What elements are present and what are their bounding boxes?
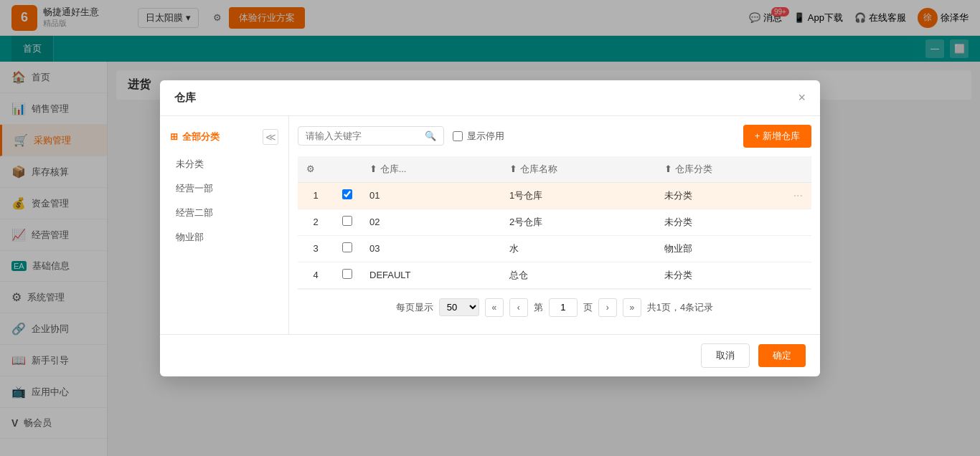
- table-panel: 🔍 显示停用 + 新增仓库 ⚙: [289, 116, 820, 334]
- row-name: 总仓: [501, 262, 656, 288]
- show-disabled-label: 显示停用: [467, 130, 504, 143]
- col-code: ⬆ 仓库...: [361, 156, 501, 183]
- row-category: 未分类: [656, 209, 811, 235]
- row-num: 2: [298, 209, 334, 235]
- per-page-label: 每页显示: [396, 301, 433, 314]
- page-word-page: 页: [583, 301, 593, 314]
- search-box: 🔍: [298, 126, 444, 146]
- more-button[interactable]: ···: [793, 189, 803, 202]
- table-row[interactable]: 1 01 1号仓库 未分类···: [298, 182, 811, 209]
- row-category: 未分类: [656, 262, 811, 288]
- row-code: DEFAULT: [361, 262, 501, 288]
- row-code: 01: [361, 182, 501, 209]
- modal-header: 仓库 ×: [160, 80, 820, 116]
- pagination-bar: 每页显示 50 10 20 100 « ‹ 第 页 › » 共1页，4条记录: [298, 289, 811, 326]
- category-panel: ⊞ 全部分类 ≪ 未分类 经营一部 经营二部 物业部: [160, 116, 289, 334]
- category-all-label: 全部分类: [182, 130, 220, 143]
- row-checkbox[interactable]: [334, 262, 361, 288]
- row-name: 1号仓库: [501, 182, 656, 209]
- table-header-row: ⚙ ⬆ 仓库... ⬆ 仓库名称: [298, 156, 811, 183]
- category-header: ⊞ 全部分类 ≪: [160, 125, 288, 152]
- add-warehouse-button[interactable]: + 新增仓库: [743, 125, 811, 148]
- row-code: 03: [361, 235, 501, 262]
- modal-title: 仓库: [174, 91, 196, 105]
- col-name: ⬆ 仓库名称: [501, 156, 656, 183]
- row-num: 3: [298, 235, 334, 262]
- prev-page-button[interactable]: ‹: [509, 298, 528, 317]
- per-page-select[interactable]: 50 10 20 100: [439, 298, 479, 316]
- row-checkbox[interactable]: [334, 182, 361, 209]
- col-gear: ⚙: [298, 156, 334, 183]
- page-word-di: 第: [534, 301, 543, 314]
- row-checkbox[interactable]: [334, 235, 361, 262]
- row-name: 水: [501, 235, 656, 262]
- search-icon: 🔍: [425, 130, 436, 141]
- total-info: 共1页，4条记录: [647, 301, 713, 314]
- modal-close-button[interactable]: ×: [798, 90, 806, 105]
- row-category: 物业部: [656, 235, 811, 262]
- grid-icon: ⊞: [170, 131, 178, 142]
- cancel-button[interactable]: 取消: [701, 343, 750, 368]
- row-category: 未分类···: [656, 182, 811, 209]
- category-item-ops1[interactable]: 经营一部: [160, 176, 288, 201]
- table-head: ⚙ ⬆ 仓库... ⬆ 仓库名称: [298, 156, 811, 183]
- warehouse-modal: 仓库 × ⊞ 全部分类 ≪ 未分类 经营一部: [160, 80, 820, 376]
- confirm-button[interactable]: 确定: [758, 344, 806, 367]
- col-checkbox: [334, 156, 361, 183]
- next-page-button[interactable]: ›: [598, 298, 617, 317]
- last-page-button[interactable]: »: [623, 298, 641, 317]
- row-num: 1: [298, 182, 334, 209]
- row-code: 02: [361, 209, 501, 235]
- table-row[interactable]: 2 02 2号仓库 未分类: [298, 209, 811, 235]
- modal-footer: 取消 确定: [160, 334, 820, 376]
- category-all[interactable]: ⊞ 全部分类: [170, 130, 220, 143]
- row-num: 4: [298, 262, 334, 288]
- row-checkbox[interactable]: [334, 209, 361, 235]
- search-input[interactable]: [306, 130, 420, 141]
- category-item-ops2[interactable]: 经营二部: [160, 201, 288, 225]
- table-container: ⚙ ⬆ 仓库... ⬆ 仓库名称: [298, 156, 811, 289]
- warehouse-table: ⚙ ⬆ 仓库... ⬆ 仓库名称: [298, 156, 811, 289]
- table-toolbar: 🔍 显示停用 + 新增仓库: [298, 125, 811, 148]
- category-item-unclassified[interactable]: 未分类: [160, 152, 288, 176]
- page-number-input[interactable]: [549, 298, 578, 317]
- modal-body: ⊞ 全部分类 ≪ 未分类 经营一部 经营二部 物业部: [160, 116, 820, 334]
- table-row[interactable]: 4 DEFAULT 总仓 未分类: [298, 262, 811, 288]
- table-row[interactable]: 3 03 水 物业部: [298, 235, 811, 262]
- col-category: ⬆ 仓库分类: [656, 156, 811, 183]
- modal-overlay: 仓库 × ⊞ 全部分类 ≪ 未分类 经营一部: [0, 0, 980, 456]
- table-body: 1 01 1号仓库 未分类··· 2 02 2号仓库 未分类 3 03 水 物业…: [298, 182, 811, 288]
- collapse-button[interactable]: ≪: [263, 129, 278, 145]
- first-page-button[interactable]: «: [485, 298, 504, 317]
- category-item-property[interactable]: 物业部: [160, 225, 288, 250]
- show-disabled-area: 显示停用: [453, 130, 504, 143]
- row-name: 2号仓库: [501, 209, 656, 235]
- show-disabled-checkbox[interactable]: [453, 131, 463, 141]
